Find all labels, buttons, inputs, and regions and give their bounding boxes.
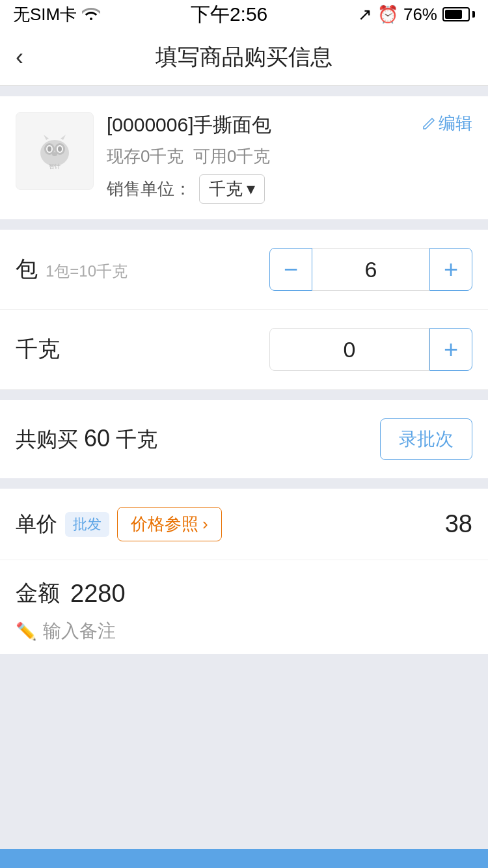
status-time: 下午2:56 (191, 1, 267, 28)
product-unit-row: 销售单位： 千克 ▾ (107, 174, 472, 204)
confirm-button[interactable]: 确定 (0, 849, 488, 868)
chevron-down-icon: ▾ (247, 179, 255, 199)
product-image: 智计 (16, 112, 94, 190)
quantity-kg-row: 千克 + (0, 310, 488, 390)
remark-placeholder: 输入备注 (43, 619, 116, 644)
svg-point-7 (52, 152, 57, 156)
bao-label: 包 (16, 254, 38, 284)
svg-point-6 (58, 146, 62, 152)
product-card: 智计 [0000006]手撕面包 编辑 现存0千克 可用0千克 销售单位： 千克… (0, 96, 488, 219)
bao-sub-label: 1包=10千克 (46, 261, 128, 282)
divider-3 (0, 478, 488, 489)
nav-bar: ‹ 填写商品购买信息 (0, 29, 488, 86)
total-label: 共购买 60 千克 (16, 425, 157, 454)
product-name: [0000006]手撕面包 (107, 112, 271, 139)
kg-label: 千克 (16, 334, 60, 364)
kg-quantity-input[interactable] (269, 328, 429, 371)
kg-quantity-control: + (269, 328, 472, 371)
pencil-icon: ✏️ (16, 621, 36, 642)
price-tag: 批发 (65, 512, 109, 537)
price-section: 单价 批发 价格参照 › 38 (0, 489, 488, 560)
quantity-bao-row: 包 1包=10千克 − + (0, 230, 488, 310)
arrow-right-icon: › (202, 514, 208, 534)
content-spacer (0, 654, 488, 849)
status-right: ↗ ⏰ 76% (358, 5, 475, 25)
price-label-row: 单价 批发 价格参照 › (16, 507, 222, 541)
svg-marker-9 (61, 135, 66, 140)
unit-select[interactable]: 千克 ▾ (199, 174, 265, 204)
amount-value: 2280 (70, 580, 126, 608)
bao-quantity-control: − + (269, 248, 472, 291)
svg-marker-8 (44, 135, 49, 140)
location-icon: ↗ (358, 5, 372, 25)
bao-minus-button[interactable]: − (269, 248, 312, 291)
svg-point-5 (47, 146, 51, 152)
kg-plus-button[interactable]: + (429, 328, 472, 371)
amount-label: 金额 (16, 578, 60, 608)
back-button[interactable]: ‹ (16, 44, 23, 71)
carrier-text: 无SIM卡 (13, 3, 77, 26)
status-bar: 无SIM卡 下午2:56 ↗ ⏰ 76% (0, 0, 488, 29)
svg-text:智计: 智计 (49, 163, 61, 170)
total-row: 共购买 60 千克 录批次 (0, 400, 488, 478)
price-value: 38 (445, 510, 472, 538)
alarm-icon: ⏰ (377, 5, 398, 25)
wifi-icon (82, 5, 100, 25)
battery-icon (442, 7, 475, 21)
battery-percent: 76% (403, 5, 437, 25)
divider-mid (0, 219, 488, 230)
bao-quantity-input[interactable] (312, 248, 429, 291)
divider-2 (0, 390, 488, 400)
amount-section: 金额 2280 ✏️ 输入备注 (0, 560, 488, 654)
edit-button[interactable]: 编辑 (422, 112, 472, 135)
product-stock: 现存0千克 可用0千克 (107, 145, 472, 168)
bao-plus-button[interactable]: + (429, 248, 472, 291)
divider-top (0, 86, 488, 96)
nav-title: 填写商品购买信息 (156, 42, 332, 72)
status-carrier: 无SIM卡 (13, 3, 100, 26)
batch-button[interactable]: 录批次 (380, 418, 472, 460)
price-label: 单价 (16, 510, 57, 539)
price-ref-button[interactable]: 价格参照 › (117, 507, 222, 541)
product-info: [0000006]手撕面包 编辑 现存0千克 可用0千克 销售单位： 千克 ▾ (107, 112, 472, 204)
remark-row[interactable]: ✏️ 输入备注 (16, 619, 472, 644)
